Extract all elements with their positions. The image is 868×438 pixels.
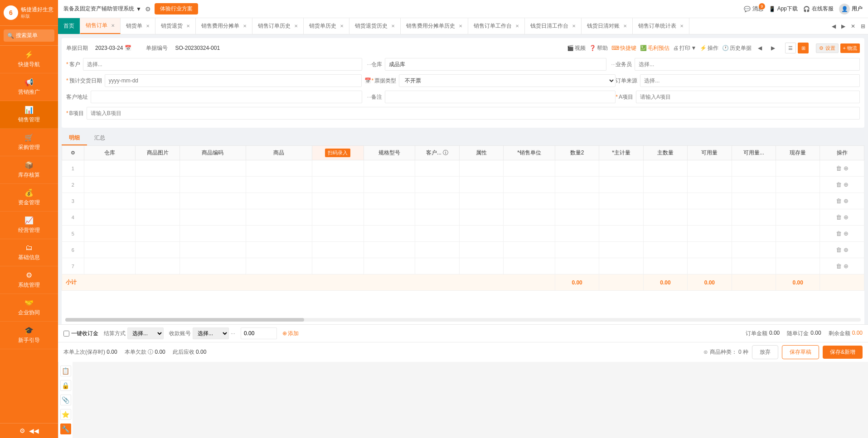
sidebar-item-purchase[interactable]: 🛒 采购管理 xyxy=(0,129,58,156)
copy-row-icon[interactable]: ⊕ xyxy=(844,165,849,172)
project-b-input[interactable] xyxy=(87,107,860,120)
amount-input[interactable] xyxy=(241,327,277,339)
account-more-button[interactable]: ··· xyxy=(231,330,235,337)
col-main-unit[interactable]: *主计量 xyxy=(599,146,643,160)
table-scroll[interactable]: ⚙ 仓库 商品图片 商品编码 商品 xyxy=(62,145,864,315)
scrollbar-thumb[interactable] xyxy=(65,318,304,322)
delete-icon[interactable]: 🗑 xyxy=(836,165,842,172)
topbar-settings-button[interactable]: ⚙ xyxy=(145,5,151,13)
tab-return-history[interactable]: 销货退货历史 ✕ xyxy=(349,18,401,34)
copy-row-icon[interactable]: ⊕ xyxy=(844,214,849,221)
tab-sales-order-history[interactable]: 销售订单历史 ✕ xyxy=(252,18,304,34)
invoice-select[interactable]: 不开票 增值税普通发票 增值税专用发票 xyxy=(399,74,616,87)
right-panel-tool[interactable]: 🔧 xyxy=(60,424,71,434)
col-product-code[interactable]: 商品编码 xyxy=(179,146,246,160)
tab-menu-button[interactable]: ⊞ xyxy=(858,21,868,31)
sidebar-item-guide[interactable]: 🎓 新手引导 xyxy=(0,322,58,349)
sales-input[interactable] xyxy=(635,58,860,71)
sidebar-settings-button[interactable]: ⚙ xyxy=(19,427,25,434)
sidebar-item-operations[interactable]: 📈 经营管理 xyxy=(0,212,58,239)
sidebar-item-system[interactable]: ⚙ 系统管理 xyxy=(0,266,58,294)
copy-row-icon[interactable]: ⊕ xyxy=(844,246,849,253)
history-button[interactable]: 🕐 历史单据 xyxy=(722,44,752,52)
sidebar-item-quicknav[interactable]: ⚡ 快捷导航 xyxy=(0,46,58,73)
tab-sales-fee[interactable]: 销售费用分摊单 ✕ xyxy=(196,18,252,34)
tab-sales-invoice[interactable]: 销货单 ✕ xyxy=(121,18,155,34)
right-panel-attach[interactable]: 📎 xyxy=(60,395,71,405)
col-qty2[interactable]: 数量2 xyxy=(555,146,599,160)
calendar-icon[interactable]: 📅 xyxy=(125,45,131,51)
settings-btn[interactable]: ⚙ 设置 xyxy=(816,43,838,53)
tab-close-invoice-history[interactable]: ✕ xyxy=(340,24,344,29)
grid-view-button[interactable]: ⊞ xyxy=(798,43,809,53)
col-avail[interactable]: 可用量 xyxy=(688,146,732,160)
order-source-input[interactable] xyxy=(640,74,860,87)
sidebar-item-enterprise[interactable]: 🤝 企业协同 xyxy=(0,294,58,322)
sidebar-item-basic[interactable]: 🗂 基础信息 xyxy=(0,239,58,266)
tab-daily-reconcile[interactable]: 钱货日清对账 ✕ xyxy=(582,18,633,34)
tab-home[interactable]: 首页 xyxy=(58,18,80,34)
add-payment-button[interactable]: ⊕ 添加 xyxy=(282,330,299,337)
sidebar-collapse-button[interactable]: ◀◀ xyxy=(29,427,39,434)
tab-stats[interactable]: 销售订单统计表 ✕ xyxy=(633,18,689,34)
tab-close-sales-invoice[interactable]: ✕ xyxy=(146,24,150,29)
tab-close-daily-clear[interactable]: ✕ xyxy=(572,24,576,29)
col-unit[interactable]: *销售单位 xyxy=(504,146,555,160)
tab-close-daily-reconcile[interactable]: ✕ xyxy=(623,24,627,29)
tab-daily-clear[interactable]: 钱货日清工作台 ✕ xyxy=(525,18,582,34)
customer-input[interactable] xyxy=(83,58,363,71)
tab-sales-return[interactable]: 销货退货 ✕ xyxy=(155,18,196,34)
tab-close-stats[interactable]: ✕ xyxy=(680,24,684,29)
sidebar-item-marketing[interactable]: 📢 营销推广 xyxy=(0,73,58,101)
col-main-qty[interactable]: 主数量 xyxy=(643,146,687,160)
copy-row-icon[interactable]: ⊕ xyxy=(844,263,849,270)
sidebar-item-finance[interactable]: 💰 资金管理 xyxy=(0,184,58,212)
col-customer-code[interactable]: 客户... ⓘ xyxy=(415,146,459,160)
profit-button[interactable]: 💹 毛利预估 xyxy=(640,44,669,52)
note-input[interactable] xyxy=(385,91,616,103)
quick-order-checkbox[interactable] xyxy=(63,331,69,337)
list-view-button[interactable]: ☰ xyxy=(785,43,796,53)
shortcut-button[interactable]: ⌨ 快捷键 xyxy=(611,44,636,52)
delivery-input[interactable] xyxy=(105,74,362,87)
detail-tab-summary[interactable]: 汇总 xyxy=(87,131,112,145)
right-panel-clipboard[interactable]: 📋 xyxy=(60,366,71,376)
delete-icon[interactable]: 🗑 xyxy=(836,246,842,253)
tab-close-sales-order[interactable]: ✕ xyxy=(111,23,115,28)
user-menu-button[interactable]: 👤 用户 xyxy=(839,4,863,14)
tab-close-fee-history[interactable]: ✕ xyxy=(459,24,462,29)
discard-button[interactable]: 放弃 xyxy=(752,345,778,359)
tab-next-button[interactable]: ▶ xyxy=(839,21,848,31)
app-download-button[interactable]: 📱 App下载 xyxy=(769,5,798,13)
delivery-calendar-icon[interactable]: 📅 xyxy=(364,77,371,84)
col-scan[interactable]: 扫码录入 xyxy=(312,146,364,160)
col-warehouse[interactable]: 仓库 xyxy=(84,146,136,160)
settlement-select[interactable]: 选择... xyxy=(127,327,164,339)
add-material-btn[interactable]: + 物流 xyxy=(840,43,860,53)
col-stock[interactable]: 现存量 xyxy=(776,146,820,160)
delete-icon[interactable]: 🗑 xyxy=(836,181,842,188)
copy-row-icon[interactable]: ⊕ xyxy=(844,230,849,237)
warehouse-input[interactable] xyxy=(385,58,606,71)
messages-button[interactable]: 💬 消息 9 xyxy=(744,5,763,13)
customer-more-button[interactable]: ··· xyxy=(367,61,371,67)
tab-close-return-history[interactable]: ✕ xyxy=(391,24,395,29)
project-a-input[interactable] xyxy=(636,91,860,103)
solution-button[interactable]: 体验行业方案 xyxy=(155,3,198,14)
copy-row-icon[interactable]: ⊕ xyxy=(844,197,849,204)
tab-close-sales-return[interactable]: ✕ xyxy=(186,24,190,29)
address-input[interactable] xyxy=(91,91,362,103)
tab-invoice-history[interactable]: 销货单历史 ✕ xyxy=(304,18,349,34)
col-product[interactable]: 商品 xyxy=(246,146,312,160)
system-dropdown-button[interactable]: ▼ xyxy=(136,6,141,12)
actions-button[interactable]: ⚡ 操作 xyxy=(700,44,718,52)
col-attr[interactable]: 属性 xyxy=(459,146,503,160)
delete-icon[interactable]: 🗑 xyxy=(836,230,842,237)
save-new-button[interactable]: 保存&新增 xyxy=(823,346,863,359)
tab-workbench[interactable]: 销售订单工作台 ✕ xyxy=(468,18,525,34)
scan-button[interactable]: 扫码录入 xyxy=(325,149,350,157)
save-draft-button[interactable]: 保存草稿 xyxy=(782,345,819,359)
print-button[interactable]: 🖨 打印 ▼ xyxy=(673,44,697,52)
detail-tab-detail[interactable]: 明细 xyxy=(62,131,87,145)
col-image[interactable]: 商品图片 xyxy=(136,146,179,160)
